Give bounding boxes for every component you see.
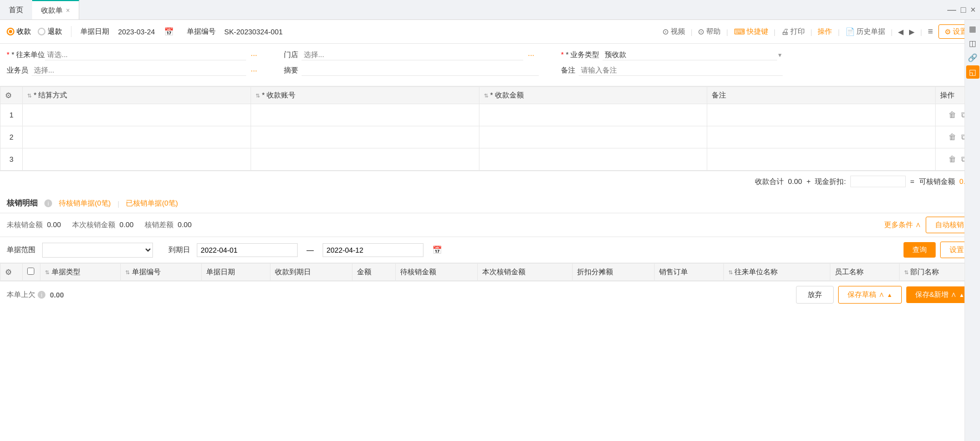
business-type-arrow[interactable]: ▼ [777,52,783,58]
tab-close-icon[interactable]: × [66,7,70,14]
row1-note[interactable] [707,104,936,126]
row1-paymethod[interactable] [23,104,251,126]
sidebar-icon-1[interactable]: ▦ [966,22,979,35]
row1-amount-input[interactable] [479,104,707,126]
row1-account[interactable] [251,104,479,126]
row3-amount[interactable] [479,148,707,171]
pending-tab[interactable]: 待核销单据(0笔) [59,198,111,208]
tab-receipt[interactable]: 收款单 × [32,0,79,19]
form-row-2: 业务员 ··· 摘要 备注 [7,65,973,76]
counterparty-field: * 往来单位 ··· [7,49,262,60]
row3-note-input[interactable] [707,148,935,170]
row3-account-input[interactable] [251,148,479,170]
discount-input[interactable] [850,176,906,187]
row1-account-input[interactable] [251,104,479,126]
save-new-arrow[interactable]: ▲ [959,292,964,298]
ops-btn[interactable]: 操作 [818,27,832,37]
business-type-input[interactable] [603,49,777,60]
row2-paymethod-input[interactable] [23,126,251,148]
help-btn[interactable]: ⊙ 帮助 [698,27,721,37]
row3-paymethod-input[interactable] [23,148,251,170]
filter-range-select[interactable] [42,243,153,258]
history-btn[interactable]: 📄 历史单据 [845,27,885,37]
verify-table-settings-header[interactable]: ⚙ [1,264,23,281]
radio-receipt-dot [7,28,14,35]
staff-more-icon[interactable]: ··· [251,66,257,75]
discard-button[interactable]: 放弃 [796,286,834,304]
verify-checkbox-header[interactable] [23,264,40,281]
row3-paymethod[interactable] [23,148,251,171]
row1-delete-icon[interactable]: 🗑 [948,110,956,119]
more-conditions-btn[interactable]: 更多条件 ∧ [884,220,921,230]
sidebar-icon-3[interactable]: 🔗 [966,51,979,64]
store-more-icon[interactable]: ··· [528,50,534,59]
save-draft-arrow[interactable]: ▲ [887,292,892,298]
table-settings-header[interactable]: ⚙ [1,87,23,104]
close-window-icon[interactable]: × [971,5,976,15]
verify-gear-icon[interactable]: ⚙ [5,268,12,276]
row3-note[interactable] [707,148,936,171]
row3-amount-input[interactable] [479,148,707,170]
verify-stats: 未核销金额 0.00 本次核销金额 0.00 核销差额 0.00 更多条件 ∧ … [0,213,980,237]
row3-delete-icon[interactable]: 🗑 [948,155,956,163]
row2-account[interactable] [251,126,479,148]
bottom-info: 本单上欠 i 0.00 [7,290,64,300]
minimize-icon[interactable]: — [947,5,956,15]
row1-note-input[interactable] [707,104,935,126]
shortcut-btn[interactable]: ⌨ 快捷键 [734,27,768,37]
row2-amount[interactable] [479,126,707,148]
plus-sign: + [807,177,811,186]
verify-info-icon[interactable]: i [44,199,52,207]
help-label: 帮助 [706,27,721,37]
calendar-from-icon[interactable]: 📅 [432,245,442,254]
row3-account[interactable] [251,148,479,171]
summary-input[interactable] [302,65,539,76]
this-order-info-icon[interactable]: i [38,291,45,299]
video-btn[interactable]: ⊙ 视频 [662,27,685,37]
row2-account-input[interactable] [251,126,479,148]
sidebar-icon-2[interactable]: ◫ [966,37,979,50]
menu-icon[interactable]: ≡ [928,27,933,37]
save-draft-button[interactable]: 保存草稿 ∧ ▲ [838,286,902,304]
row2-amount-input[interactable] [479,126,707,148]
row2-paymethod[interactable] [23,126,251,148]
radio-refund[interactable]: 退款 [38,27,62,37]
receipt-table-section: ⚙ ⇅ * 结算方式 ⇅ * 收款账号 ⇅ * 收款金额 [0,86,980,171]
next-icon[interactable]: ▶ [909,28,915,36]
verify-staff-header: 员工名称 [830,264,899,281]
row1-amount[interactable] [479,104,707,126]
table-gear-icon[interactable]: ⚙ [5,91,12,100]
save-new-button[interactable]: 保存&新增 ∧ ▲ [906,286,973,303]
row1-paymethod-input[interactable] [23,104,251,126]
settings-icon: ⚙ [945,28,951,36]
row2-note[interactable] [707,126,936,148]
form-row-1: * 往来单位 ··· 门店 ··· * 业务类型 ▼ [7,49,973,60]
done-tab[interactable]: 已核销单据(0笔) [126,198,178,208]
print-label: 打印 [790,27,805,37]
query-btn[interactable]: 查询 [904,242,936,258]
maximize-icon[interactable]: □ [961,5,966,15]
counterparty-more-icon[interactable]: ··· [251,50,257,59]
radio-receipt-label: 收款 [17,27,31,37]
date-from-input[interactable] [197,243,298,257]
print-btn[interactable]: 🖨 打印 [781,27,805,37]
radio-receipt[interactable]: 收款 [7,27,31,37]
sidebar-icon-4[interactable]: ◱ [966,65,979,79]
divider1 [71,26,72,37]
prev-icon[interactable]: ◀ [898,28,904,36]
counterparty-input[interactable] [45,49,246,60]
table-paymethod-header: ⇅ * 结算方式 [23,87,251,104]
date-to-input[interactable] [323,243,423,257]
summary-row: 收款合计 0.00 + 现金折扣: = 可核销金额 0.00 [0,171,980,192]
row-num-2: 2 [1,126,23,148]
note-input[interactable] [579,65,783,76]
table-account-header: ⇅ * 收款账号 [251,87,479,104]
date-value: 2023-03-24 [118,28,155,36]
verify-select-all[interactable] [27,268,34,275]
calendar-icon[interactable]: 📅 [164,27,173,36]
tab-home[interactable]: 首页 [0,0,32,19]
row2-delete-icon[interactable]: 🗑 [948,132,956,141]
row2-note-input[interactable] [707,126,935,148]
store-input[interactable] [302,49,523,60]
staff-input[interactable] [32,65,246,76]
